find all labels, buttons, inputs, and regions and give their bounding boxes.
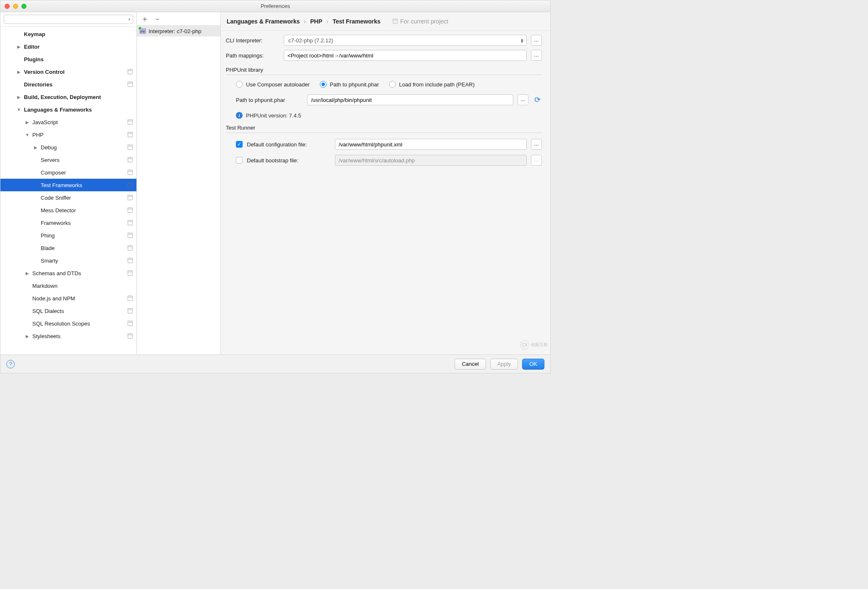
phpunit-version-text: PHPUnit version: 7.4.5 — [246, 112, 301, 119]
breadcrumb-seg[interactable]: PHP — [310, 18, 322, 25]
svg-rect-24 — [128, 246, 133, 250]
tree-item-label: Plugins — [24, 56, 136, 63]
tree-item[interactable]: ▶Debug — [0, 141, 136, 154]
maximize-icon[interactable] — [21, 4, 26, 9]
radio-phpunit-phar[interactable]: Path to phpunit.phar — [320, 81, 379, 88]
help-button[interactable]: ? — [6, 360, 15, 368]
tree-item[interactable]: ▼Languages & Frameworks — [0, 103, 136, 116]
project-scope-icon — [127, 232, 133, 238]
tree-item[interactable]: Composer — [0, 166, 136, 179]
project-scope-icon — [127, 308, 133, 314]
tree-item-label: Debug — [41, 144, 127, 151]
svg-rect-6 — [128, 133, 133, 137]
default-config-input[interactable] — [335, 139, 527, 150]
chevron-right-icon[interactable]: ▶ — [25, 334, 30, 339]
tree-item[interactable]: Keymap — [0, 28, 136, 40]
default-config-browse-button[interactable]: ... — [531, 139, 542, 150]
tree-item[interactable]: Blade — [0, 242, 136, 254]
default-config-checkbox[interactable]: ✓ — [236, 141, 243, 148]
chevron-down-icon[interactable]: ▼ — [16, 107, 21, 112]
breadcrumb-seg[interactable]: Languages & Frameworks — [227, 18, 300, 25]
remove-button[interactable]: － — [154, 15, 161, 23]
svg-rect-20 — [128, 221, 133, 225]
cli-interpreter-select[interactable]: c7-02-php (7.2.12) — [284, 35, 527, 46]
tree-item-label: Test Frameworks — [41, 182, 127, 188]
tree-item-label: Stylesheets — [32, 333, 127, 339]
svg-rect-7 — [128, 133, 133, 134]
chevron-right-icon[interactable]: ▶ — [16, 70, 21, 74]
phpunit-phar-browse-button[interactable]: ... — [518, 94, 528, 105]
add-button[interactable]: ＋ — [141, 15, 149, 23]
cancel-button[interactable]: Cancel — [455, 359, 486, 370]
minimize-icon[interactable] — [13, 4, 18, 9]
svg-rect-17 — [128, 195, 133, 197]
search-input[interactable] — [4, 15, 133, 24]
svg-rect-35 — [128, 321, 133, 323]
cli-interpreter-label: CLI Interpreter: — [226, 37, 280, 44]
cli-interpreter-browse-button[interactable]: ... — [531, 35, 542, 46]
tree-item-label: Code Sniffer — [41, 195, 127, 201]
tree-item[interactable]: Smarty — [0, 254, 136, 267]
chevron-right-icon[interactable]: ▶ — [33, 145, 38, 150]
radio-include-path[interactable]: Load from include path (PEAR) — [389, 81, 475, 88]
frameworks-list: php Interpreter: c7-02-php — [137, 26, 220, 354]
tree-item[interactable]: ▶Stylesheets — [0, 330, 136, 342]
tree-item-label: Directories — [24, 81, 127, 88]
svg-rect-33 — [128, 309, 133, 310]
tree-item[interactable]: SQL Dialects — [0, 305, 136, 317]
chevron-right-icon[interactable]: ▶ — [25, 120, 30, 125]
tree-item[interactable]: Directories — [0, 78, 136, 91]
tree-item-label: Build, Execution, Deployment — [24, 94, 136, 100]
svg-rect-3 — [128, 82, 133, 83]
tree-item[interactable]: ▶Version Control — [0, 65, 136, 78]
refresh-icon[interactable]: ⟳ — [533, 95, 542, 104]
tree-item[interactable]: ▶Build, Execution, Deployment — [0, 91, 136, 103]
default-bootstrap-checkbox[interactable] — [236, 157, 243, 164]
svg-rect-26 — [128, 258, 133, 263]
tree-item-label: Phing — [41, 232, 127, 239]
tree-item[interactable]: Code Sniffer — [0, 191, 136, 204]
preferences-window: Preferences Q ▾ Keymap▶EditorPlugins▶Ver… — [0, 0, 551, 373]
chevron-right-icon[interactable]: ▶ — [16, 44, 21, 49]
path-mappings-input[interactable] — [284, 50, 527, 61]
tree-item[interactable]: Phing — [0, 229, 136, 242]
tree-item[interactable]: ▶JavaScript — [0, 116, 136, 128]
tree-item[interactable]: ▶Editor — [0, 40, 136, 53]
chevron-down-icon[interactable]: ▼ — [25, 133, 30, 137]
tree-item[interactable]: ▼PHP — [0, 128, 136, 141]
default-bootstrap-browse-button: ... — [531, 155, 542, 166]
tree-item-label: Composer — [41, 169, 127, 176]
tree-item[interactable]: Plugins — [0, 53, 136, 65]
tree-item-label: Mess Detector — [41, 207, 127, 214]
close-icon[interactable] — [5, 4, 10, 9]
chevron-right-icon[interactable]: ▶ — [16, 95, 21, 99]
phpunit-phar-path-input[interactable] — [307, 94, 513, 105]
path-mappings-browse-button[interactable]: ... — [531, 50, 542, 61]
dialog-footer: ? Cancel Apply OK — [0, 354, 550, 373]
details-panel: Languages & Frameworks › PHP › Test Fram… — [221, 12, 550, 354]
radio-composer-autoloader[interactable]: Use Composer autoloader — [236, 81, 310, 88]
settings-tree[interactable]: Keymap▶EditorPlugins▶Version ControlDire… — [0, 27, 136, 354]
chevron-right-icon[interactable]: ▶ — [25, 271, 30, 276]
svg-rect-10 — [128, 158, 133, 162]
project-scope-icon — [127, 132, 133, 138]
svg-rect-22 — [128, 233, 133, 238]
tree-item-label: Blade — [41, 245, 127, 251]
apply-button[interactable]: Apply — [490, 359, 518, 370]
tree-item[interactable]: Servers — [0, 154, 136, 166]
tree-item[interactable]: SQL Resolution Scopes — [0, 317, 136, 330]
svg-rect-12 — [128, 170, 133, 175]
tree-item[interactable]: Test Frameworks — [0, 179, 136, 191]
svg-rect-2 — [128, 82, 133, 87]
tree-item[interactable]: Mess Detector — [0, 204, 136, 216]
tree-item[interactable]: ▶Schemas and DTDs — [0, 267, 136, 279]
project-scope-icon — [127, 270, 133, 276]
framework-list-item[interactable]: php Interpreter: c7-02-php — [137, 26, 220, 36]
project-scope-icon — [127, 69, 133, 75]
path-mappings-label: Path mappings: — [226, 52, 280, 59]
tree-item[interactable]: Node.js and NPM — [0, 292, 136, 305]
tree-item[interactable]: Frameworks — [0, 216, 136, 229]
ok-button[interactable]: OK — [522, 359, 544, 370]
tree-item[interactable]: Markdown — [0, 279, 136, 292]
default-bootstrap-input — [335, 155, 527, 166]
